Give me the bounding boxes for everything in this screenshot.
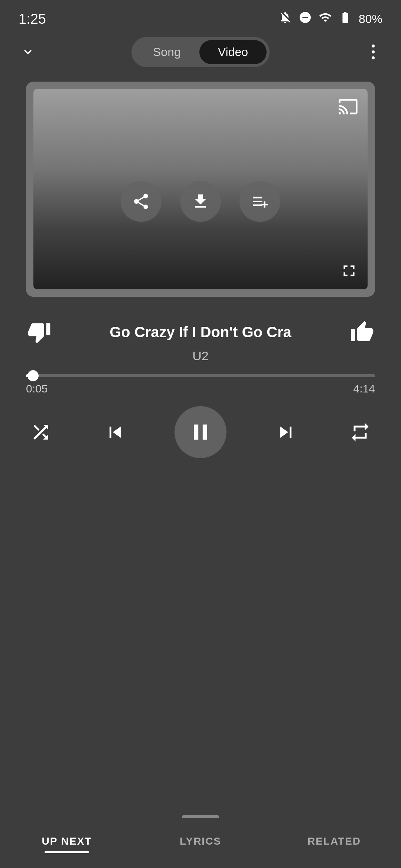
drag-handle: [0, 808, 401, 822]
status-icons: 80%: [278, 11, 382, 27]
video-content: [33, 89, 368, 289]
repeat-button[interactable]: [345, 417, 375, 447]
song-tab-button[interactable]: Song: [134, 40, 199, 64]
video-tab-button[interactable]: Video: [199, 40, 267, 64]
do-not-disturb-icon: [299, 11, 312, 27]
progress-times: 0:05 4:14: [26, 382, 375, 395]
song-video-toggle[interactable]: Song Video: [131, 37, 270, 67]
battery-percentage: 80%: [359, 12, 382, 26]
progress-thumb[interactable]: [27, 370, 39, 381]
status-bar: 1:25 80%: [0, 0, 401, 33]
more-dot-1: [372, 45, 375, 47]
cast-button[interactable]: [338, 96, 360, 119]
bell-muted-icon: [278, 11, 292, 27]
add-to-queue-button[interactable]: [239, 181, 280, 222]
tab-lyrics[interactable]: LYRICS: [134, 829, 267, 853]
more-dot-2: [372, 50, 375, 53]
share-button[interactable]: [121, 181, 162, 222]
video-container: [26, 82, 375, 297]
drag-handle-bar: [182, 815, 219, 818]
progress-section: 0:05 4:14: [0, 371, 401, 395]
tab-up-next[interactable]: UP NEXT: [0, 829, 134, 853]
skip-previous-button[interactable]: [100, 417, 130, 447]
bottom-area: UP NEXT LYRICS RELATED: [0, 808, 401, 868]
video-action-buttons: [121, 181, 280, 222]
thumbs-down-button[interactable]: [26, 319, 52, 345]
wifi-icon: [319, 11, 332, 27]
pause-button[interactable]: [175, 406, 226, 458]
collapse-button[interactable]: [19, 43, 37, 61]
skip-next-button[interactable]: [271, 417, 301, 447]
thumbs-up-button[interactable]: [349, 319, 375, 345]
download-button[interactable]: [180, 181, 221, 222]
song-title: Go Crazy If I Don't Go Cra: [52, 324, 349, 341]
more-menu-button[interactable]: [364, 43, 382, 61]
artist-name: U2: [0, 349, 401, 371]
fullscreen-button[interactable]: [340, 262, 360, 282]
total-time: 4:14: [353, 382, 375, 395]
current-time: 0:05: [26, 382, 48, 395]
bottom-tabs: UP NEXT LYRICS RELATED: [0, 822, 401, 868]
shuffle-button[interactable]: [26, 417, 56, 447]
tab-related[interactable]: RELATED: [267, 829, 401, 853]
top-nav: Song Video: [0, 33, 401, 70]
playback-controls: [0, 395, 401, 466]
progress-bar[interactable]: [26, 374, 375, 377]
battery-icon: [339, 11, 352, 27]
more-dot-3: [372, 56, 375, 59]
song-info: Go Crazy If I Don't Go Cra: [0, 308, 401, 349]
status-time: 1:25: [19, 11, 46, 27]
